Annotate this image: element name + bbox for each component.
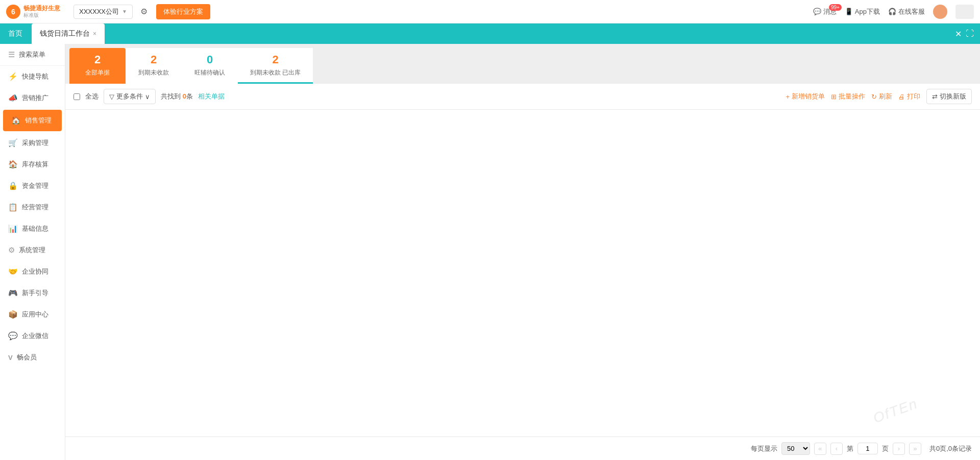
stats-tabs-container: 2 全部单据 2 到期未收款 0 旺辅待确认 2 到期未收款 已出库 xyxy=(65,44,980,84)
next-page-button[interactable]: › xyxy=(893,443,905,455)
purchase-icon: 🛒 xyxy=(8,138,18,148)
stat-tab-wangwang[interactable]: 0 旺辅待确认 xyxy=(182,48,238,84)
sidebar-item-finance[interactable]: 🔒 资金管理 xyxy=(0,175,65,197)
tab-close-icon[interactable]: × xyxy=(93,30,96,37)
company-selector[interactable]: XXXXXX公司 ▼ xyxy=(74,5,133,19)
settings-button[interactable]: ⚙ xyxy=(137,5,151,19)
operations-icon: 📋 xyxy=(8,203,18,212)
page-label: 第 xyxy=(847,444,853,453)
tab-home[interactable]: 首页 xyxy=(0,23,31,44)
sidebar-item-sales[interactable]: 🏠 销售管理 xyxy=(3,110,62,131)
app-download-button[interactable]: 📱 App下载 xyxy=(845,7,880,16)
switch-icon: ⇄ xyxy=(932,93,938,101)
filter-label: 更多条件 xyxy=(116,92,143,101)
prev-page-button[interactable]: ‹ xyxy=(830,443,843,455)
finance-icon: 🔒 xyxy=(8,181,18,190)
logo-area: 6 畅捷通好生意 标准版 xyxy=(6,5,71,19)
sidebar-item-purchase[interactable]: 🛒 采购管理 xyxy=(0,132,65,154)
stat-label-wangwang: 旺辅待确认 xyxy=(194,68,226,77)
inventory-icon: 🏠 xyxy=(8,160,18,169)
sidebar-item-label-apps: 应用中心 xyxy=(22,310,48,319)
sidebar-item-label-member: 畅会员 xyxy=(17,353,37,362)
print-button[interactable]: 🖨 打印 xyxy=(898,92,920,101)
window-expand-icon[interactable]: ⛶ xyxy=(966,29,974,38)
stat-tab-overdue[interactable]: 2 到期未收款 xyxy=(126,48,182,84)
sidebar: ☰ 搜索菜单 ⚡ 快捷导航 📣 营销推广 🏠 销售管理 🛒 采购管理 🏠 库存核… xyxy=(0,44,65,460)
message-badge: 99+ xyxy=(829,4,842,11)
sidebar-item-basics[interactable]: 📊 基础信息 xyxy=(0,218,65,239)
message-button[interactable]: 💬 消息 99+ xyxy=(813,7,837,16)
phone-icon: 📱 xyxy=(845,8,853,15)
per-page-select[interactable]: 50 100 200 xyxy=(781,442,810,455)
last-page-button[interactable]: » xyxy=(909,443,921,455)
batch-operation-button[interactable]: ⊞ 批量操作 xyxy=(831,92,865,101)
page-number-input[interactable] xyxy=(857,443,878,454)
sidebar-item-operations[interactable]: 📋 经营管理 xyxy=(0,197,65,218)
enterprise-icon: 🤝 xyxy=(8,267,18,276)
sidebar-item-member[interactable]: V 畅会员 xyxy=(0,347,65,368)
add-order-button[interactable]: + 新增销货单 xyxy=(786,92,825,101)
found-count: 0 xyxy=(183,92,186,100)
related-orders-link[interactable]: 相关单据 xyxy=(198,92,225,101)
sales-icon: 🏠 xyxy=(11,116,21,125)
gear-icon: ⚙ xyxy=(140,7,148,16)
online-service-button[interactable]: 🎧 在线客服 xyxy=(888,7,925,16)
filter-icon: ▽ xyxy=(109,93,114,101)
sidebar-item-label-purchase: 采购管理 xyxy=(22,138,48,148)
trial-button[interactable]: 体验行业方案 xyxy=(156,4,210,19)
apps-icon: 📦 xyxy=(8,310,18,319)
sidebar-item-label-operations: 经营管理 xyxy=(22,203,48,212)
message-icon: 💬 xyxy=(813,8,821,15)
sidebar-item-apps[interactable]: 📦 应用中心 xyxy=(0,304,65,325)
filter-button[interactable]: ▽ 更多条件 ∨ xyxy=(104,89,156,104)
content-panel: 2 全部单据 2 到期未收款 0 旺辅待确认 2 到期未收款 已出库 全选 xyxy=(65,44,980,460)
tab-active[interactable]: 钱货日清工作台 × xyxy=(32,23,105,44)
first-page-button[interactable]: « xyxy=(814,443,826,455)
add-order-label: 新增销货单 xyxy=(792,92,825,101)
sidebar-item-label-wechat: 企业微信 xyxy=(22,331,48,341)
main-area: ☰ 搜索菜单 ⚡ 快捷导航 📣 营销推广 🏠 销售管理 🛒 采购管理 🏠 库存核… xyxy=(0,44,980,460)
sidebar-item-guide[interactable]: 🎮 新手引导 xyxy=(0,282,65,304)
window-close-icon[interactable]: ✕ xyxy=(955,29,962,39)
sidebar-item-quick-nav[interactable]: ⚡ 快捷导航 xyxy=(0,66,65,87)
top-header: 6 畅捷通好生意 标准版 XXXXXX公司 ▼ ⚙ 体验行业方案 💬 消息 99… xyxy=(0,0,980,23)
search-menu-icon: ☰ xyxy=(8,50,15,59)
app-logo-text: 畅捷通好生意 标准版 xyxy=(23,5,60,18)
stat-tab-shipped[interactable]: 2 到期未收款 已出库 xyxy=(238,48,313,84)
stat-num-all: 2 xyxy=(82,53,113,66)
sidebar-item-search[interactable]: ☰ 搜索菜单 xyxy=(0,44,65,66)
select-all-checkbox[interactable] xyxy=(74,93,80,100)
batch-icon: ⊞ xyxy=(831,93,837,101)
switch-label: 切换新版 xyxy=(940,92,966,101)
service-icon: 🎧 xyxy=(888,8,896,15)
filter-arrow-icon: ∨ xyxy=(145,93,150,101)
sidebar-item-label-guide: 新手引导 xyxy=(22,288,48,298)
sidebar-item-system[interactable]: ⚙ 系统管理 xyxy=(0,239,65,261)
lightning-icon: ⚡ xyxy=(8,72,18,81)
member-icon: V xyxy=(8,354,13,361)
sidebar-item-label-inventory: 库存核算 xyxy=(22,160,48,169)
stat-label-all: 全部单据 xyxy=(82,68,113,77)
stat-tab-all[interactable]: 2 全部单据 xyxy=(69,48,126,84)
refresh-button[interactable]: ↻ 刷新 xyxy=(871,92,892,101)
sidebar-item-inventory[interactable]: 🏠 库存核算 xyxy=(0,154,65,175)
pagination: 每页显示 50 100 200 « ‹ 第 页 › » 共0页,0条记录 xyxy=(65,437,980,460)
toolbar: 全选 ▽ 更多条件 ∨ 共找到 0条 相关单据 + 新增销货单 ⊞ 批量操作 xyxy=(65,84,980,110)
refresh-label: 刷新 xyxy=(879,92,892,101)
sidebar-item-marketing[interactable]: 📣 营销推广 xyxy=(0,87,65,109)
app-download-label: App下载 xyxy=(855,7,880,16)
user-info[interactable] xyxy=(955,5,974,19)
stat-num-shipped: 2 xyxy=(250,53,301,66)
tab-active-label: 钱货日清工作台 xyxy=(40,29,90,38)
sidebar-item-wechat[interactable]: 💬 企业微信 xyxy=(0,325,65,347)
wechat-icon: 💬 xyxy=(8,331,18,341)
switch-version-button[interactable]: ⇄ 切换新版 xyxy=(926,89,972,104)
tab-home-label: 首页 xyxy=(8,29,22,38)
sidebar-item-enterprise[interactable]: 🤝 企业协同 xyxy=(0,261,65,282)
company-name: XXXXXX公司 xyxy=(79,7,119,16)
tab-bar: 首页 钱货日清工作台 × ✕ ⛶ xyxy=(0,23,980,44)
header-right: 💬 消息 99+ 📱 App下载 🎧 在线客服 xyxy=(813,5,974,19)
avatar[interactable] xyxy=(933,5,947,19)
print-icon: 🖨 xyxy=(898,93,905,101)
page-suffix: 页 xyxy=(882,444,889,453)
